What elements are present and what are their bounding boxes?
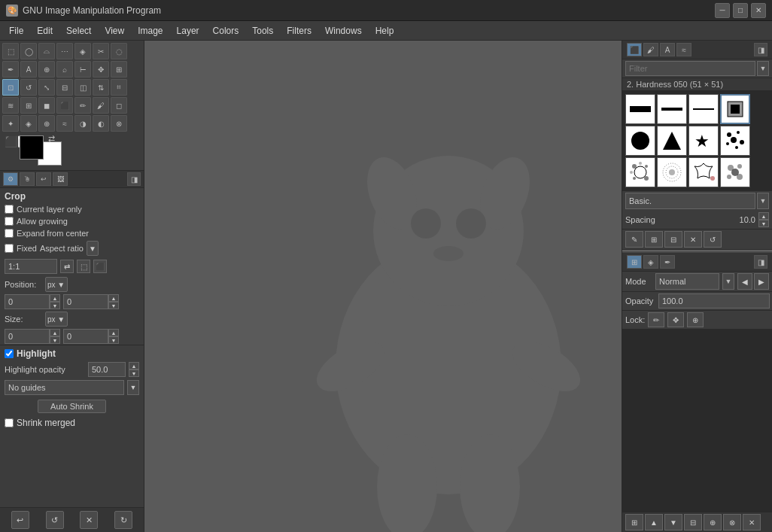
tab-brushes[interactable]: 🖌	[643, 43, 658, 56]
spacing-up-btn[interactable]: ▲	[758, 212, 769, 220]
size-w-up-btn[interactable]: ▲	[50, 329, 60, 336]
size-w-down-btn[interactable]: ▼	[50, 336, 60, 344]
guides-dropdown[interactable]: No guides Rule of thirds Golden sections…	[5, 380, 124, 395]
ratio-input[interactable]	[5, 259, 57, 274]
measure-tool[interactable]: ⊢	[74, 61, 91, 78]
brush-item-4[interactable]	[720, 94, 750, 124]
highlight-checkbox[interactable]	[5, 349, 14, 358]
color-picker-tool[interactable]: ⊕	[38, 61, 55, 78]
brush-item-2[interactable]	[657, 94, 687, 124]
opacity-up-btn[interactable]: ▲	[129, 362, 139, 369]
brush-filter-input[interactable]	[625, 61, 755, 76]
refresh-brushes-button[interactable]: ↺	[704, 231, 722, 248]
reset-button[interactable]: ↺	[46, 511, 64, 529]
new-layer-button[interactable]: ⊞	[625, 514, 643, 530]
layers-panel-expand[interactable]: ◨	[754, 255, 767, 269]
size-h-up-btn[interactable]: ▲	[108, 329, 119, 336]
size-w-input[interactable]	[5, 329, 50, 344]
menu-windows[interactable]: Windows	[319, 24, 368, 38]
menu-file[interactable]: File	[3, 24, 29, 38]
flip-tool[interactable]: ⇅	[93, 79, 109, 96]
spacing-down-btn[interactable]: ▼	[758, 220, 769, 227]
maximize-button[interactable]: □	[733, 3, 748, 18]
rotate-tool[interactable]: ↺	[20, 79, 37, 96]
duplicate-layer-button[interactable]: ⊟	[684, 514, 702, 530]
lower-layer-button[interactable]: ▼	[664, 514, 682, 530]
foreground-select-tool[interactable]: ◌	[111, 43, 127, 59]
tab-undo-history[interactable]: ↩	[36, 172, 51, 186]
aspect-ratio-dropdown[interactable]: ▼	[87, 241, 99, 256]
pencil-tool[interactable]: ✏	[74, 97, 91, 114]
size-h-input[interactable]	[63, 329, 108, 344]
delete-layer-button[interactable]: ✕	[743, 514, 761, 530]
position-unit-dropdown[interactable]: px ▼	[45, 277, 68, 292]
layers-opacity-input[interactable]	[658, 293, 770, 309]
merge-layers-button[interactable]: ⊗	[723, 514, 741, 530]
lock-position-button[interactable]: ✥	[667, 312, 684, 327]
auto-shrink-button[interactable]: Auto Shrink	[38, 400, 106, 413]
move-tool[interactable]: ✥	[93, 61, 109, 78]
menu-edit[interactable]: Edit	[31, 24, 59, 38]
duplicate-brush-button[interactable]: ⊟	[664, 231, 682, 248]
expand-from-center-checkbox[interactable]	[5, 229, 14, 238]
brush-preset-select[interactable]: Basic.	[625, 193, 755, 209]
desaturate-tool[interactable]: ◐	[93, 115, 109, 132]
fixed-checkbox[interactable]	[5, 244, 14, 253]
restore-defaults-button[interactable]: ↩	[11, 511, 29, 529]
menu-select[interactable]: Select	[60, 24, 97, 38]
close-button[interactable]: ✕	[751, 3, 766, 18]
brush-item-10[interactable]	[657, 157, 687, 187]
minimize-button[interactable]: ─	[715, 3, 730, 18]
zoom-tool[interactable]: ⌕	[56, 61, 73, 78]
tab-device-status[interactable]: 🖱	[20, 172, 35, 186]
size-unit-dropdown[interactable]: px ▼	[45, 312, 68, 327]
ratio-landscape-btn[interactable]: ⬚	[77, 260, 90, 273]
cage-tool[interactable]: ⌗	[111, 79, 127, 96]
tab-channels[interactable]: ◈	[643, 255, 658, 269]
brushes-panel-expand[interactable]: ◨	[754, 43, 767, 56]
blend-tool[interactable]: ⬛	[56, 97, 73, 114]
layers-mode-next-btn[interactable]: ▶	[754, 273, 769, 290]
position-y-up-btn[interactable]: ▲	[108, 294, 119, 302]
position-x-input[interactable]	[5, 294, 50, 309]
layers-mode-prev-btn[interactable]: ◀	[737, 273, 752, 290]
menu-image[interactable]: Image	[132, 24, 169, 38]
text-tool[interactable]: A	[20, 61, 37, 78]
brush-item-5[interactable]	[625, 126, 655, 156]
brush-item-12[interactable]	[720, 157, 750, 187]
dodge-burn-tool[interactable]: ◑	[74, 115, 91, 132]
brush-item-11[interactable]	[688, 157, 719, 187]
free-select-tool[interactable]: ⌓	[38, 43, 55, 59]
brush-preset-arrow[interactable]: ▼	[757, 193, 769, 209]
brush-item-7[interactable]: ★	[688, 126, 719, 156]
tab-images[interactable]: 🖼	[53, 172, 68, 186]
layers-mode-select[interactable]: Normal	[655, 273, 719, 290]
allow-growing-label[interactable]: Allow growing	[17, 217, 68, 226]
color-balance-tool[interactable]: ⊗	[111, 115, 127, 132]
brush-item-8[interactable]	[720, 126, 750, 156]
tab-layers[interactable]: ⊞	[627, 255, 642, 269]
opacity-down-btn[interactable]: ▼	[129, 369, 139, 377]
ratio-swap-btn[interactable]: ⇄	[60, 260, 74, 273]
anchor-layer-button[interactable]: ⊕	[704, 514, 722, 530]
ratio-portrait-btn[interactable]: ⬛	[93, 260, 107, 273]
tab-dynamics[interactable]: ≈	[676, 43, 691, 56]
allow-growing-checkbox[interactable]	[5, 217, 14, 226]
delete-button[interactable]: ✕	[80, 511, 98, 529]
tab-fonts[interactable]: A	[660, 43, 675, 56]
menu-colors[interactable]: Colors	[207, 24, 245, 38]
brush-item-9[interactable]	[625, 157, 655, 187]
warp-tool[interactable]: ≋	[2, 97, 19, 114]
bucket-fill-tool[interactable]: ◼	[38, 97, 55, 114]
perspective-tool[interactable]: ◫	[74, 79, 91, 96]
opacity-input[interactable]	[88, 362, 126, 377]
edit-brush-button[interactable]: ✎	[625, 231, 643, 248]
paintbrush-tool[interactable]: 🖌	[93, 97, 109, 114]
position-x-down-btn[interactable]: ▼	[50, 302, 60, 309]
crop-tool[interactable]: ⊡	[2, 79, 19, 96]
menu-layer[interactable]: Layer	[171, 24, 205, 38]
foreground-color-swatch[interactable]	[20, 135, 44, 160]
align-tool[interactable]: ⊞	[111, 61, 127, 78]
layers-mode-arrow[interactable]: ▼	[722, 273, 734, 290]
fuzzy-select-tool[interactable]: ⋯	[56, 43, 73, 59]
